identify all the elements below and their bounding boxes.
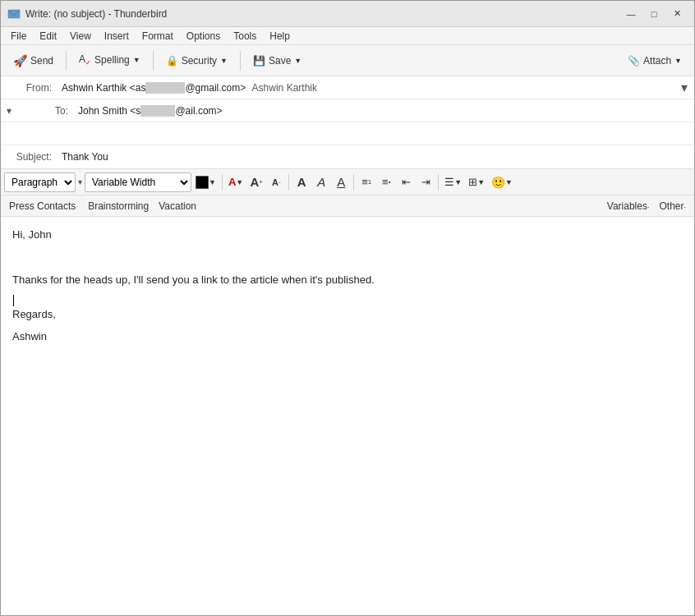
- subject-row: Subject: Thank You: [1, 145, 694, 168]
- underline-icon: A: [337, 175, 345, 189]
- text-cursor: [13, 295, 14, 306]
- quicktext-other[interactable]: Other·: [656, 200, 689, 213]
- compose-line-3: Thanks for the heads up, I'll send you a…: [12, 272, 683, 288]
- security-icon: 🔒: [166, 55, 178, 67]
- menu-insert[interactable]: Insert: [98, 29, 136, 44]
- menu-tools[interactable]: Tools: [227, 29, 263, 44]
- spelling-icon: A✓: [79, 53, 91, 67]
- font-smaller-button[interactable]: A -: [267, 173, 285, 191]
- security-label: Security: [182, 55, 217, 67]
- quicktext-variables[interactable]: Variables·: [604, 200, 653, 213]
- variables-arrow: ·: [647, 203, 650, 211]
- save-dropdown-arrow[interactable]: ▼: [294, 57, 301, 65]
- emoji-dropdown-arrow: ▼: [505, 178, 513, 186]
- compose-area[interactable]: Hi, John Thanks for the heads up, I'll s…: [1, 217, 694, 615]
- extra-recipients-row: [1, 122, 694, 145]
- from-dropdown-button[interactable]: ▾: [681, 80, 694, 95]
- bold-icon: A: [297, 175, 306, 189]
- subject-field[interactable]: Thank You: [58, 149, 694, 164]
- italic-button[interactable]: A: [312, 173, 330, 191]
- align-button[interactable]: ☰ ▼: [442, 173, 464, 191]
- to-field[interactable]: John Smith <sxxxxxxx@ail.com>: [75, 103, 694, 118]
- quicktext-dot-1: ·: [76, 202, 78, 211]
- quicktext-vacation[interactable]: Vacation: [155, 200, 200, 213]
- save-button[interactable]: 💾 Save ▼: [246, 52, 309, 70]
- compose-body[interactable]: Hi, John Thanks for the heads up, I'll s…: [12, 227, 683, 605]
- font-larger-caret: +: [259, 178, 263, 186]
- attach-dropdown-arrow[interactable]: ▼: [674, 57, 682, 65]
- attach-icon: 📎: [628, 55, 640, 67]
- insert-dropdown-arrow: ▼: [477, 178, 485, 186]
- fmt-sep-3: [353, 174, 354, 191]
- color-dropdown-arrow: ▼: [209, 178, 216, 186]
- other-arrow: ·: [683, 203, 686, 211]
- close-button[interactable]: ✕: [666, 5, 688, 23]
- quicktext-brainstorming[interactable]: Brainstorming: [85, 200, 152, 213]
- ordered-list-button[interactable]: ≡ 1: [357, 173, 375, 191]
- unordered-list-button[interactable]: ≡ •: [377, 173, 395, 191]
- main-toolbar: 🚀 Send A✓ Spelling ▼ 🔒 Security ▼ 💾 Save…: [1, 45, 694, 76]
- send-button[interactable]: 🚀 Send: [6, 51, 61, 71]
- menu-options[interactable]: Options: [180, 29, 227, 44]
- font-color-button[interactable]: ▼: [193, 173, 219, 191]
- spelling-button[interactable]: A✓ Spelling ▼: [71, 50, 148, 70]
- fmt-sep-4: [438, 174, 439, 191]
- menu-edit[interactable]: Edit: [33, 29, 63, 44]
- from-value: Ashwin Karthik <asxxxxxxxx@gmail.com>: [62, 82, 246, 94]
- quicktext-press-contacts[interactable]: Press Contacts·: [6, 200, 81, 213]
- compose-line-5: Regards,: [12, 306, 683, 323]
- attach-label: Attach: [643, 55, 671, 67]
- menu-format[interactable]: Format: [136, 29, 180, 44]
- send-label: Send: [30, 55, 53, 67]
- bold-button[interactable]: A: [292, 173, 311, 191]
- to-row: ▾ To: John Smith <sxxxxxxx@ail.com>: [1, 99, 694, 122]
- paragraph-style-select[interactable]: Paragraph: [4, 172, 76, 192]
- font-select[interactable]: Variable Width: [85, 172, 191, 192]
- compose-line-1: Hi, John: [12, 227, 683, 243]
- app-icon: [7, 7, 21, 21]
- quicktext-toolbar: Press Contacts· Brainstorming Vacation V…: [1, 195, 694, 217]
- security-button[interactable]: 🔒 Security ▼: [159, 52, 235, 70]
- spelling-dropdown-arrow[interactable]: ▼: [133, 56, 140, 64]
- minimize-button[interactable]: —: [620, 5, 642, 23]
- font-larger-button[interactable]: A +: [247, 173, 265, 191]
- ordered-list-icon: ≡: [361, 176, 368, 188]
- subject-label: Subject:: [1, 151, 58, 163]
- attach-button[interactable]: 📎 Attach ▼: [620, 52, 689, 70]
- toolbar-separator-2: [153, 51, 154, 71]
- insert-icon: ⊞: [468, 176, 477, 188]
- menu-help[interactable]: Help: [263, 29, 297, 44]
- menu-view[interactable]: View: [63, 29, 98, 44]
- menu-bar: File Edit View Insert Format Options Too…: [1, 27, 694, 45]
- compose-cursor-line: [12, 295, 683, 306]
- fmt-sep-2: [288, 174, 289, 191]
- outdent-button[interactable]: ⇤: [397, 173, 415, 191]
- insert-button[interactable]: ⊞ ▼: [466, 173, 487, 191]
- compose-line-6: Ashwin: [12, 329, 683, 345]
- save-icon: 💾: [253, 55, 265, 67]
- window-controls: — □ ✕: [620, 5, 688, 23]
- compose-line-2: [12, 250, 683, 266]
- underline-button[interactable]: A: [332, 173, 350, 191]
- title-bar: Write: (no subject) - Thunderbird — □ ✕: [1, 1, 694, 27]
- font-smaller-caret: -: [278, 178, 281, 186]
- format-toolbar: Paragraph ▾ Variable Width ▼ A ▼ A + A -…: [1, 169, 694, 195]
- maximize-button[interactable]: □: [643, 5, 665, 23]
- menu-file[interactable]: File: [4, 29, 33, 44]
- outdent-icon: ⇤: [402, 176, 411, 188]
- indent-button[interactable]: ⇥: [417, 173, 435, 191]
- font-color-A-button[interactable]: A ▼: [226, 173, 246, 191]
- header-area: From: Ashwin Karthik <asxxxxxxxx@gmail.c…: [1, 76, 694, 169]
- security-dropdown-arrow[interactable]: ▼: [220, 57, 228, 65]
- emoji-button[interactable]: 🙂 ▼: [489, 173, 515, 191]
- expand-recipients-button[interactable]: ▾: [1, 105, 17, 117]
- from-label: From:: [1, 82, 58, 94]
- from-display-name: Ashwin Karthik: [252, 82, 317, 94]
- toolbar-separator-3: [240, 51, 241, 71]
- send-icon: 🚀: [13, 54, 27, 67]
- ol-sub: 1: [368, 178, 371, 186]
- ul-dot: •: [389, 178, 391, 186]
- unordered-list-icon: ≡: [382, 176, 389, 188]
- font-color-dropdown-arrow: ▼: [236, 178, 243, 186]
- from-field[interactable]: Ashwin Karthik <asxxxxxxxx@gmail.com> As…: [58, 80, 681, 95]
